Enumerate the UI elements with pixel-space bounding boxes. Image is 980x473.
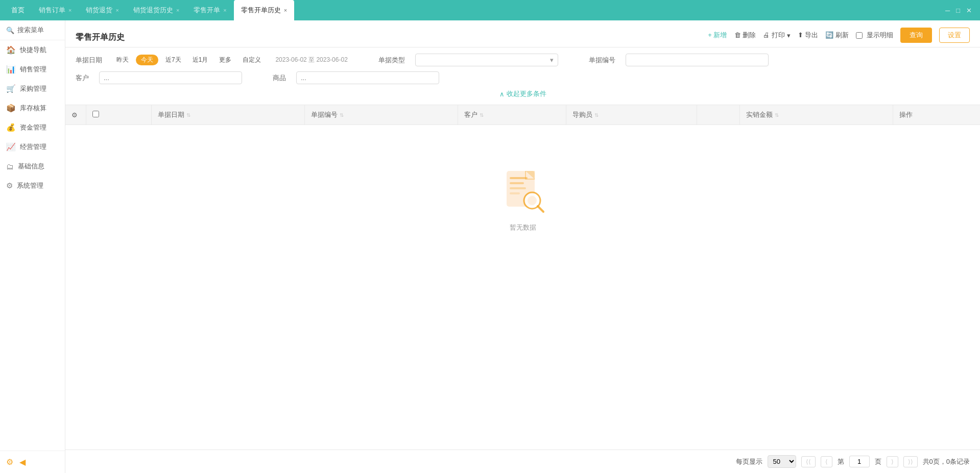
date-btn-7days[interactable]: 近7天 <box>161 55 185 65</box>
date-btn-yesterday[interactable]: 昨天 <box>112 55 133 65</box>
sidebar-item-basic-info[interactable]: 🗂 基础信息 <box>0 157 65 176</box>
prev-page-button[interactable]: ⟨ <box>821 456 832 467</box>
export-label: ⬆ 导出 <box>798 31 819 40</box>
doc-no-input[interactable] <box>626 54 769 66</box>
settings-button[interactable]: 设置 <box>939 28 970 43</box>
customer-field[interactable] <box>104 74 237 82</box>
sidebar-item-finance[interactable]: 💰 资金管理 <box>0 118 65 137</box>
doc-type-select[interactable]: ▾ <box>415 54 558 66</box>
sidebar-footer: ⚙ ◀ <box>0 451 65 473</box>
tab-retail-open-history-close[interactable]: × <box>284 7 287 13</box>
display-detail-toggle[interactable]: 显示明细 <box>856 31 893 40</box>
sidebar-item-purchase-mgmt[interactable]: 🛒 采购管理 <box>0 79 65 98</box>
collapse-filter-btn[interactable]: ∧ 收起更多条件 <box>76 89 970 98</box>
window-maximize[interactable]: □ <box>956 7 960 14</box>
table-body: 暂无数据 <box>65 125 980 273</box>
th-salesperson[interactable]: 导购员 ⇅ <box>566 105 697 125</box>
tab-retail-open-close[interactable]: × <box>223 7 226 13</box>
tab-retail-open[interactable]: 零售开单 × <box>186 0 233 20</box>
tab-sales-return-history[interactable]: 销货退货历史 × <box>126 0 186 20</box>
th-settings[interactable]: ⚙ <box>65 105 86 125</box>
sidebar-item-quick-nav[interactable]: 🏠 快捷导航 <box>0 40 65 60</box>
print-label: 🖨 打印 <box>763 31 785 40</box>
refresh-button[interactable]: 🔄 刷新 <box>825 31 849 40</box>
doc-no-field[interactable] <box>630 56 764 64</box>
svg-rect-1 <box>510 177 528 179</box>
window-close[interactable]: ✕ <box>966 7 972 14</box>
table-area: ⚙ 单据日期 ⇅ 单据编号 <box>65 105 980 450</box>
pagination-bar: 每页显示 50 100 200 ⟨⟨ ⟨ 第 页 ⟩ ⟩⟩ 共0页，0条记录 <box>65 450 980 473</box>
next-page-button[interactable]: ⟩ <box>887 456 898 467</box>
sidebar-item-system[interactable]: ⚙ 系统管理 <box>0 176 65 195</box>
sidebar-search[interactable]: 🔍 搜索菜单 <box>0 20 65 40</box>
display-detail-label: 显示明细 <box>867 31 893 40</box>
svg-rect-4 <box>510 192 520 194</box>
date-btn-custom[interactable]: 自定义 <box>238 55 265 65</box>
th-doc-no[interactable]: 单据编号 ⇅ <box>304 105 458 125</box>
page-word: 第 <box>838 457 844 466</box>
tab-retail-open-history[interactable]: 零售开单历史 × <box>234 0 294 20</box>
add-button[interactable]: + 新增 <box>708 31 727 40</box>
window-minimize[interactable]: ─ <box>945 7 950 14</box>
sidebar-item-sales-mgmt-label: 销售管理 <box>20 65 46 74</box>
export-button[interactable]: ⬆ 导出 <box>798 31 819 40</box>
sidebar-item-operation[interactable]: 📈 经营管理 <box>0 137 65 157</box>
delete-label: 🗑 删除 <box>734 31 756 40</box>
box-icon: 📦 <box>6 104 16 113</box>
print-button[interactable]: 🖨 打印 ▾ <box>763 31 791 40</box>
refresh-label: 🔄 刷新 <box>825 31 849 40</box>
select-all-checkbox[interactable] <box>92 111 99 117</box>
last-page-button[interactable]: ⟩⟩ <box>903 456 918 467</box>
customer-input[interactable] <box>99 71 242 84</box>
th-doc-date-label: 单据日期 <box>158 110 184 119</box>
money-icon: 💰 <box>6 123 16 132</box>
sidebar: 🔍 搜索菜单 🏠 快捷导航 📊 销售管理 🛒 采购管理 📦 库存核算 💰 资金管… <box>0 20 65 473</box>
current-page-input[interactable] <box>849 456 870 467</box>
doc-no-sort-icon: ⇅ <box>340 112 344 118</box>
tab-bar-right: ─ □ ✕ <box>945 7 976 14</box>
tab-home-label: 首页 <box>11 6 25 15</box>
per-page-select[interactable]: 50 100 200 <box>768 455 796 468</box>
sidebar-item-inventory[interactable]: 📦 库存核算 <box>0 98 65 118</box>
th-customer[interactable]: 客户 ⇅ <box>458 105 566 125</box>
page-header: 零售开单历史 + 新增 🗑 删除 🖨 打印 ▾ ⬆ 导出 🔄 刷新 <box>65 20 980 47</box>
tab-sales-order[interactable]: 销售订单 × <box>32 0 79 20</box>
sidebar-item-inventory-label: 库存核算 <box>20 104 46 113</box>
date-btn-today[interactable]: 今天 <box>136 55 158 65</box>
filter-row-2: 客户 商品 <box>76 71 970 84</box>
sidebar-item-basic-info-label: 基础信息 <box>18 162 44 171</box>
tab-sales-return-history-close[interactable]: × <box>176 7 179 13</box>
data-table: ⚙ 单据日期 ⇅ 单据编号 <box>65 105 980 273</box>
print-dropdown-icon[interactable]: ▾ <box>787 32 791 39</box>
first-page-button[interactable]: ⟨⟨ <box>801 456 816 467</box>
sidebar-item-quick-nav-label: 快捷导航 <box>20 45 46 55</box>
table-settings-icon[interactable]: ⚙ <box>71 111 78 119</box>
th-amount[interactable]: 实销金额 ⇅ <box>740 105 893 125</box>
collapse-sidebar-icon[interactable]: ◀ <box>19 457 26 467</box>
query-button[interactable]: 查询 <box>900 28 932 43</box>
th-doc-date[interactable]: 单据日期 ⇅ <box>151 105 304 125</box>
display-detail-checkbox[interactable] <box>856 32 863 39</box>
sidebar-item-finance-label: 资金管理 <box>20 123 46 132</box>
tab-sales-order-label: 销售订单 <box>39 6 65 15</box>
customer-sort-icon: ⇅ <box>480 112 484 118</box>
cart-icon: 🛒 <box>6 84 16 93</box>
product-input[interactable] <box>296 71 439 84</box>
tab-sales-return-close[interactable]: × <box>115 7 118 13</box>
table-header: ⚙ 单据日期 ⇅ 单据编号 <box>65 105 980 125</box>
delete-button[interactable]: 🗑 删除 <box>734 31 756 40</box>
tab-sales-return[interactable]: 销货退货 × <box>79 0 126 20</box>
th-action-label: 操作 <box>899 111 913 118</box>
date-btn-1month[interactable]: 近1月 <box>188 55 212 65</box>
empty-state: 暂无数据 <box>65 125 980 273</box>
doc-no-label: 单据编号 <box>589 56 615 65</box>
sidebar-item-sales-mgmt[interactable]: 📊 销售管理 <box>0 60 65 79</box>
tab-sales-return-label: 销货退货 <box>86 6 112 15</box>
date-btn-more[interactable]: 更多 <box>215 55 235 65</box>
trending-icon: 📈 <box>6 142 16 152</box>
tab-sales-order-close[interactable]: × <box>68 7 71 13</box>
settings-icon[interactable]: ⚙ <box>6 457 13 467</box>
per-page-label: 每页显示 <box>736 457 762 466</box>
tab-home[interactable]: 首页 <box>4 0 32 20</box>
product-field[interactable] <box>301 74 435 82</box>
